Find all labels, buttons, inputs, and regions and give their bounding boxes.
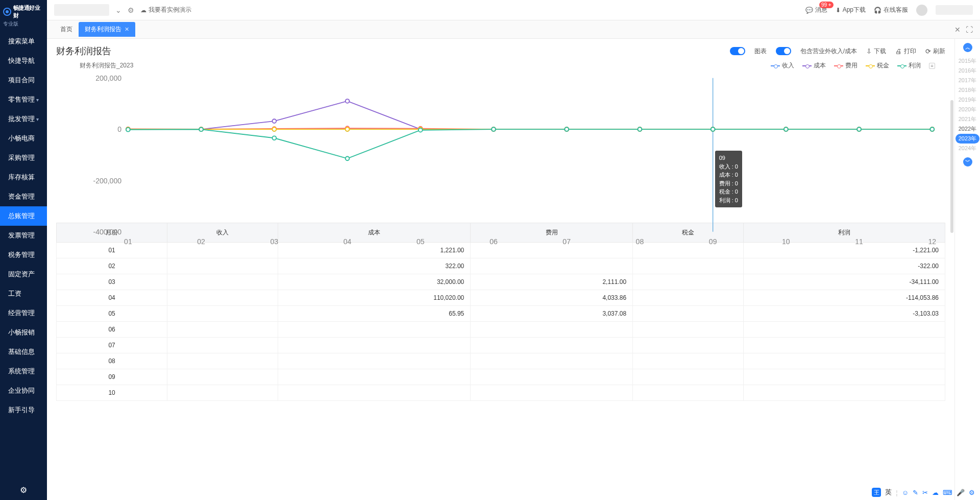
year-item[interactable]: 2018年 [955,85,979,95]
legend-mark-icon [834,64,843,68]
sidebar-item[interactable]: 税务管理 [0,245,47,265]
sidebar-item[interactable]: 新手引导 [0,400,47,420]
ime-edit-icon[interactable]: ✎ [913,489,918,496]
headset-icon: 🎧 [874,7,881,14]
ime-settings-icon[interactable]: ⚙ [969,489,975,496]
table-cell [167,290,278,306]
chevron-down-icon[interactable]: ⌄ [115,6,121,14]
sidebar-item[interactable]: 小畅电商 [0,129,47,148]
table-cell: 05 [57,306,167,322]
download-button[interactable]: ⇩ 下载 [866,47,886,56]
avatar[interactable] [916,5,927,16]
table-cell [633,385,744,401]
sidebar-item[interactable]: 零售管理▾ [0,90,47,109]
sidebar-item[interactable]: 发票管理 [0,226,47,245]
ime-mic-icon[interactable]: 🎤 [957,489,965,496]
gear-icon[interactable]: ⚙ [128,6,134,14]
scrollbar[interactable] [950,100,953,233]
ime-keyboard-icon[interactable]: ⌨ [943,489,952,496]
ime-lang[interactable]: 英 [885,488,892,497]
table-cell: -322.00 [744,258,945,274]
table-cell [633,369,744,385]
settings-icon[interactable]: ⚙ [20,486,27,494]
sidebar-item[interactable]: 工资 [0,284,47,303]
close-icon[interactable]: ✕ [125,26,129,33]
sidebar-item[interactable]: 经营管理 [0,303,47,323]
svg-text:02: 02 [197,237,205,246]
table-cell [471,258,633,274]
close-all-icon[interactable]: ✕ [954,26,961,34]
table-cell: 110,020.00 [278,290,471,306]
sidebar-item[interactable]: 资金管理 [0,187,47,206]
year-item[interactable]: 2019年 [955,95,979,105]
svg-text:08: 08 [636,237,644,246]
logo-icon [3,8,11,16]
messages-button[interactable]: 💬 消息 99 + [805,6,827,14]
fullscreen-icon[interactable]: ⛶ [966,26,973,34]
app-download-button[interactable]: ⬇ App下载 [836,6,866,14]
content-main: 财务利润报告 图表 包含营业外收入/成本 ⇩ 下载 🖨 打印 [47,39,954,500]
refresh-button[interactable]: ⟳ 刷新 [925,47,945,56]
year-item[interactable]: 2016年 [955,66,979,76]
year-item[interactable]: 2017年 [955,76,979,85]
tab-home[interactable]: 首页 [54,22,79,37]
toggle-chart[interactable] [730,47,745,55]
ime-smile-icon[interactable]: ☺ [902,489,909,496]
ime-badge[interactable]: 王 [872,488,881,497]
year-item[interactable]: 2020年 [955,105,979,114]
year-rail: ︽ 2015年2016年2017年2018年2019年2020年2021年202… [954,39,980,500]
sidebar-item[interactable]: 总账管理 [0,206,47,226]
sidebar-item[interactable]: 库存核算 [0,168,47,187]
table-cell: 3,037.08 [471,306,633,322]
tab-profit-report[interactable]: 财务利润报告 ✕ [79,22,135,37]
chart-svg[interactable]: 200,0000-200,000-400,0000102030405060708… [56,72,945,248]
sidebar-item[interactable]: 固定资产 [0,265,47,284]
year-item[interactable]: 2015年 [955,56,979,66]
svg-point-66 [126,128,130,132]
legend-item[interactable]: 税金 [866,61,889,70]
user-name-placeholder[interactable] [936,5,973,15]
svg-point-68 [272,136,276,140]
year-item[interactable]: 2023年 [955,134,979,144]
sidebar-item-label: 经营管理 [8,308,35,318]
sidebar-item[interactable]: 企业协同 [0,381,47,400]
legend-toggle-icon[interactable]: ≡ [929,63,935,69]
sidebar: 畅捷通好业财 专业版 搜索菜单快捷导航项目合同零售管理▾批发管理▾小畅电商采购管… [0,0,47,500]
year-item[interactable]: 2022年 [955,124,979,134]
demo-link[interactable]: ☁ 我要看实例演示 [140,6,191,14]
svg-point-32 [272,119,276,123]
sidebar-item-label: 基础信息 [8,347,35,356]
svg-text:03: 03 [270,237,278,246]
sidebar-item[interactable]: 批发管理▾ [0,109,47,129]
year-item[interactable]: 2024年 [955,144,979,153]
sidebar-item[interactable]: 系统管理 [0,362,47,381]
print-button[interactable]: 🖨 打印 [895,47,916,56]
org-name-placeholder[interactable] [54,4,109,16]
toggle-extra-income[interactable] [776,47,791,55]
year-down-button[interactable]: ︾ [963,157,972,166]
chart-legend: 收入成本费用税金利润≡ [771,61,935,70]
sidebar-item[interactable]: 采购管理 [0,148,47,168]
sidebar-item[interactable]: 小畅报销 [0,323,47,342]
svg-text:01: 01 [124,237,132,246]
sidebar-item[interactable]: 项目合同 [0,70,47,90]
table-cell [471,353,633,369]
legend-item[interactable]: 利润 [897,61,921,70]
table-cell [167,369,278,385]
ime-scissors-icon[interactable]: ✂ [922,489,928,496]
legend-item[interactable]: 收入 [771,61,794,70]
sidebar-item[interactable]: 快捷导航 [0,51,47,70]
table-cell [167,385,278,401]
sidebar-item[interactable]: 搜索菜单 [0,32,47,51]
year-up-button[interactable]: ︽ [963,43,972,52]
legend-item[interactable]: 成本 [802,61,826,70]
svg-point-76 [857,127,861,131]
year-item[interactable]: 2021年 [955,114,979,124]
table-cell: 32,000.00 [278,274,471,290]
online-service-button[interactable]: 🎧 在线客服 [874,6,908,14]
ime-cloud-icon[interactable]: ☁ [932,489,939,496]
legend-item[interactable]: 费用 [834,61,857,70]
brand-name: 畅捷通好业财 [13,4,44,19]
sidebar-item-label: 小畅报销 [8,328,35,337]
sidebar-item[interactable]: 基础信息 [0,342,47,362]
